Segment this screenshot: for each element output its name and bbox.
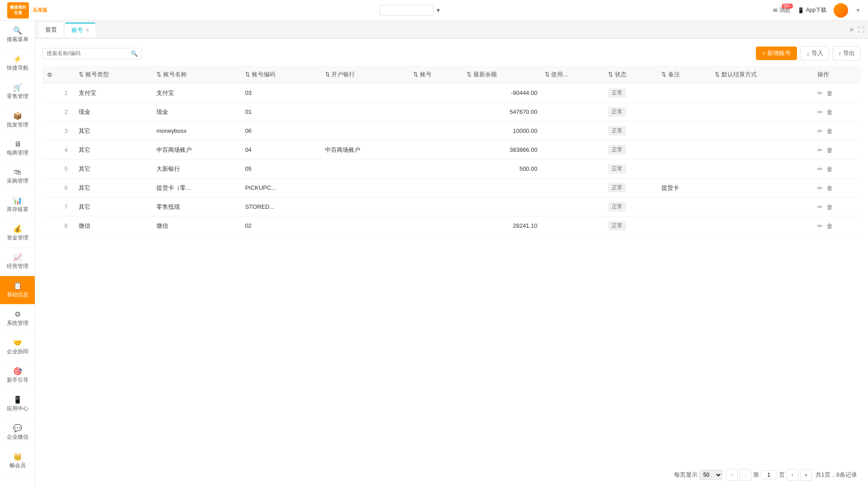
per-page-label: 每页显示 [674, 471, 698, 479]
col-status[interactable]: ⇅ 状态 [604, 66, 658, 84]
sidebar-item-operations-mgmt[interactable]: 📈经营管理 [0, 248, 35, 276]
sidebar-item-app-center[interactable]: 📱应用中心 [0, 390, 35, 418]
delete-icon-4[interactable]: 🗑 [826, 165, 833, 173]
export-button[interactable]: ↑ 导出 [833, 46, 861, 61]
col-code[interactable]: ⇅ 账号编码 [241, 66, 321, 84]
user-menu[interactable]: ▼ [855, 7, 861, 14]
sidebar-item-inventory[interactable]: 📊库存核算 [0, 191, 35, 219]
delete-icon-7[interactable]: 🗑 [826, 222, 833, 230]
top-header: 畅捷通好生意 乐库版 ▼ ✉ 消息 99+ 📱 App下载 ▼ [0, 0, 868, 21]
row-usage-6 [541, 197, 605, 216]
edit-icon-7[interactable]: ✏ [817, 222, 823, 230]
table-row: 6 其它 提货卡（零... PICKUPC... 正常 提货卡 ✏ 🗑 [42, 178, 861, 197]
sidebar-item-enterprise-wechat[interactable]: 💬企业微信 [0, 418, 35, 447]
sidebar-item-enterprise-agreement[interactable]: 🤝企业协同 [0, 333, 35, 361]
edit-icon-0[interactable]: ✏ [817, 89, 823, 97]
header-dropdown[interactable]: ▼ [435, 7, 441, 14]
row-status-3: 正常 [604, 141, 658, 160]
first-page-button[interactable]: « [726, 469, 738, 481]
row-name-3: 中百商场账户 [153, 141, 241, 160]
sidebar-item-quick-nav[interactable]: ⚡快捷导航 [0, 49, 35, 78]
row-name-2: moneybosx [153, 122, 241, 141]
tab-home-label: 首页 [45, 26, 57, 34]
page-number-input[interactable] [761, 470, 777, 479]
sidebar-icon-new-guide: 🎯 [2, 367, 33, 375]
delete-icon-0[interactable]: 🗑 [826, 89, 833, 97]
edit-icon-1[interactable]: ✏ [817, 108, 823, 116]
add-account-button[interactable]: + 新增账号 [756, 47, 797, 60]
edit-icon-4[interactable]: ✏ [817, 165, 823, 173]
sidebar-item-club-member[interactable]: 👑畅会员 [0, 447, 35, 475]
tab-expand-icon[interactable]: ⛶ [858, 26, 864, 33]
delete-icon-1[interactable]: 🗑 [826, 108, 833, 116]
row-note-1 [658, 103, 711, 122]
search-icon[interactable]: 🔍 [131, 50, 138, 57]
delete-icon-3[interactable]: 🗑 [826, 146, 833, 154]
col-account-no[interactable]: ⇅ 账号 [410, 66, 463, 84]
delete-icon-5[interactable]: 🗑 [826, 184, 833, 192]
row-status-7: 正常 [604, 216, 658, 235]
edit-icon-5[interactable]: ✏ [817, 184, 823, 192]
tab-account[interactable]: 账号 × [65, 23, 95, 37]
col-usage[interactable]: ⇅ 使用... [541, 66, 605, 84]
row-settlement-3 [711, 141, 813, 160]
col-note[interactable]: ⇅ 备注 [658, 66, 711, 84]
tab-bar: 首页 账号 × ✕ ⛶ [35, 21, 868, 39]
page-nav: « ‹ 第 页 › » [726, 469, 812, 481]
row-usage-2 [541, 122, 605, 141]
row-name-0: 支付宝 [153, 84, 241, 103]
sidebar-label-club-member: 畅会员 [9, 462, 26, 469]
import-button[interactable]: ↓ 导入 [801, 46, 829, 61]
edit-icon-6[interactable]: ✏ [817, 203, 823, 211]
prev-page-button[interactable]: ‹ [740, 469, 751, 481]
messages-badge: 99+ [782, 4, 793, 9]
row-code-2: 06 [241, 122, 321, 141]
search-input[interactable] [47, 50, 131, 56]
row-bank-0 [321, 84, 410, 103]
row-num-4: 5 [57, 160, 75, 178]
table-row: 2 现金 现金 01 547670.00 正常 ✏ 🗑 [42, 103, 861, 122]
tab-close-icon[interactable]: × [86, 28, 89, 33]
sidebar-item-ecommerce-mgmt[interactable]: 🖥电商管理 [0, 135, 35, 163]
avatar[interactable] [834, 3, 848, 18]
tab-close-all-icon[interactable]: ✕ [849, 26, 854, 33]
row-account-no-3 [410, 141, 463, 160]
col-balance[interactable]: ⇅ 最新余额 [463, 66, 541, 84]
messages-button[interactable]: ✉ 消息 99+ [773, 6, 790, 14]
col-gear[interactable]: ⚙ [42, 66, 57, 84]
tab-home[interactable]: 首页 [39, 23, 63, 37]
col-bank[interactable]: ⇅ 开户银行 [321, 66, 410, 84]
last-page-button[interactable]: » [800, 469, 812, 481]
sidebar-item-search-menu[interactable]: 🔍搜索菜单 [0, 21, 35, 49]
sidebar-icon-wholesale-mgmt: 📦 [2, 112, 33, 120]
col-type[interactable]: ⇅ 账号类型 [75, 66, 153, 84]
sidebar-item-finance-mgmt[interactable]: 💰资金管理 [0, 219, 35, 248]
logo-subtitle: 乐库版 [33, 7, 47, 14]
sidebar-item-basic-info[interactable]: 📋基础信息 [0, 276, 35, 305]
sidebar-item-retail-mgmt[interactable]: 🛒零售管理 [0, 78, 35, 106]
sidebar-item-purchase-mgmt[interactable]: 🛍采购管理 [0, 163, 35, 191]
sidebar-label-purchase-mgmt: 采购管理 [7, 178, 28, 184]
row-bank-1 [321, 103, 410, 122]
col-default-settlement[interactable]: ⇅ 默认结算方式 [711, 66, 813, 84]
header-search-input[interactable] [379, 5, 434, 16]
page-size-select[interactable]: 50 20 100 [699, 470, 722, 480]
col-name[interactable]: ⇅ 账号名称 [153, 66, 241, 84]
sidebar-item-wholesale-mgmt[interactable]: 📦批发管理 [0, 106, 35, 135]
delete-icon-2[interactable]: 🗑 [826, 127, 833, 135]
delete-icon-6[interactable]: 🗑 [826, 203, 833, 211]
row-gear-2 [42, 122, 57, 141]
next-page-button[interactable]: › [787, 469, 798, 481]
row-account-no-0 [410, 84, 463, 103]
sidebar-item-system-mgmt[interactable]: ⚙系统管理 [0, 305, 35, 333]
row-gear-0 [42, 84, 57, 103]
page-size-area: 每页显示 50 20 100 [674, 470, 722, 480]
sidebar-item-new-guide[interactable]: 🎯新手引导 [0, 361, 35, 390]
app-download-button[interactable]: 📱 App下载 [797, 6, 826, 14]
page-label: 第 [753, 471, 759, 479]
row-bank-2 [321, 122, 410, 141]
edit-icon-2[interactable]: ✏ [817, 127, 823, 135]
row-status-5: 正常 [604, 178, 658, 197]
edit-icon-3[interactable]: ✏ [817, 146, 823, 154]
sidebar-label-new-guide: 新手引导 [7, 377, 28, 383]
